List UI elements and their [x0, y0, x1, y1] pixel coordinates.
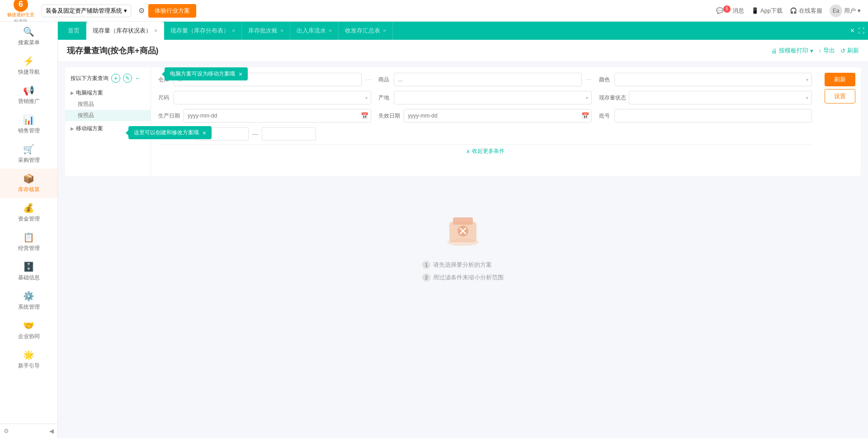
tab-stock-status[interactable]: 现存量（库存状况表） ×	[86, 22, 164, 40]
prod-date-input-wrap: 📅	[184, 109, 371, 122]
stock-status-select[interactable]	[629, 91, 812, 104]
sidebar-item-label-system: 系统管理	[18, 303, 40, 311]
set-button[interactable]: 设置	[825, 89, 855, 104]
filter-left-panel: 按以下方案查询 + ✎ ← 电脑方案可设为移动方案哦 ×	[65, 67, 151, 176]
sidebar: 🔍 搜索菜单 ⚡ 快捷导航 📢 营销推广 📊 销售管理 🛒 采购管理 📦	[0, 22, 58, 438]
tooltip-create-scheme-close[interactable]: ×	[203, 129, 206, 137]
tooltip-scheme-mobile-close[interactable]: ×	[239, 71, 242, 78]
tab-inout-flow-close[interactable]: ×	[329, 28, 332, 34]
export-icon: ↑	[819, 47, 822, 54]
tab-inout-flow[interactable]: 出入库流水 ×	[290, 22, 339, 40]
empty-hint-2: 2 用过滤条件来缩小分析范围	[422, 273, 504, 282]
empty-state: 1 请先选择要分析的方案 2 用过滤条件来缩小分析范围	[58, 181, 868, 309]
stock-qty-max[interactable]	[262, 127, 316, 141]
sidebar-item-finance[interactable]: 💰 资金管理	[0, 198, 57, 227]
sidebar-settings-icon[interactable]: ⚙	[4, 428, 9, 434]
sidebar-item-label-operations: 经营管理	[18, 245, 40, 252]
message-item[interactable]: 💬 6 消息	[716, 7, 744, 15]
guide-icon: 🌟	[23, 349, 34, 360]
system-selector[interactable]: 装备及固定资产辅助管理系统 ▾	[42, 5, 131, 17]
goods-dots[interactable]: ···	[585, 75, 591, 84]
user-item[interactable]: Ea 用户 ▾	[830, 5, 861, 17]
app-download-item[interactable]: 📱 App下载	[751, 7, 783, 15]
sidebar-item-enterprise[interactable]: 🤝 企业协同	[0, 316, 57, 345]
batch-no-input[interactable]	[614, 109, 812, 122]
sidebar-item-label-marketing: 营销推广	[18, 98, 40, 105]
app-container: 6 畅捷通好生意 标准版 装备及固定资产辅助管理系统 ▾ ⚙ 体验行业方案 💬 …	[0, 0, 868, 438]
stock-status-select-wrap: ▾	[629, 91, 812, 104]
refresh-action[interactable]: ↺ 刷新	[840, 47, 859, 55]
color-select-wrap: ▾	[614, 73, 812, 86]
sidebar-bottom: ⚙ ◀	[0, 424, 57, 438]
content-area: 首页 现存量（库存状况表） × 现存量（库存分布表） × 库存批次账 × 出入库…	[58, 22, 868, 438]
sidebar-item-sales[interactable]: 📊 销售管理	[0, 110, 57, 139]
add-scheme-btn[interactable]: +	[111, 74, 120, 83]
prod-date-cal-icon: 📅	[361, 112, 368, 119]
page-actions: 🖨 按模板打印 ▾ ↑ 导出 ↺ 刷新	[771, 47, 859, 55]
tree-desktop-label: 电脑端方案	[76, 89, 103, 97]
empty-icon	[440, 208, 486, 254]
sidebar-item-marketing[interactable]: 📢 营销推广	[0, 80, 57, 110]
sidebar-item-label-purchase: 采购管理	[18, 156, 40, 164]
sidebar-item-operations[interactable]: 📋 经营管理	[0, 227, 57, 257]
tab-stock-batch[interactable]: 库存批次账 ×	[242, 22, 290, 40]
page-scroll: 现存量查询(按仓库+商品) 🖨 按模板打印 ▾ ↑ 导出 ↺	[58, 40, 868, 438]
size-select[interactable]	[174, 91, 371, 104]
tab-stock-dist-close[interactable]: ×	[232, 28, 235, 34]
tab-expand-icon[interactable]: ⛶	[858, 27, 864, 34]
tab-receive-summary-close[interactable]: ×	[383, 28, 386, 34]
sidebar-item-guide[interactable]: 🌟 新手引导	[0, 345, 57, 374]
tab-home[interactable]: 首页	[61, 22, 86, 40]
goods-input[interactable]	[394, 73, 582, 86]
expiry-date-input[interactable]	[404, 109, 591, 122]
trial-button[interactable]: 体验行业方案	[148, 4, 196, 18]
tab-stock-status-label: 现存量（库存状况表）	[93, 27, 151, 35]
message-badge: 6	[723, 5, 731, 13]
tab-receive-summary[interactable]: 收发存汇总表 ×	[339, 22, 393, 40]
origin-select[interactable]	[394, 91, 591, 104]
tab-stock-batch-close[interactable]: ×	[280, 28, 283, 34]
export-label: 导出	[823, 47, 835, 55]
tree-desktop-child-1[interactable]: 按照品	[65, 99, 151, 110]
prod-date-input[interactable]	[184, 109, 371, 122]
filter-collapse[interactable]: ∧ 收起更多条件	[158, 144, 812, 158]
sidebar-item-label-guide: 新手引导	[18, 362, 40, 370]
color-field: 颜色 ▾	[599, 73, 812, 86]
back-arrow-btn[interactable]: ←	[135, 75, 141, 82]
warehouse-dots[interactable]: ···	[365, 75, 371, 84]
tree-desktop-child-2[interactable]: 按照品	[65, 110, 151, 121]
settings-icon[interactable]: ⚙	[138, 6, 145, 15]
tooltip1-arrow	[162, 71, 165, 77]
top-bar-right: 💬 6 消息 📱 App下载 🎧 在线客服 Ea 用户 ▾	[716, 5, 861, 17]
main-area: 🔍 搜索菜单 ⚡ 快捷导航 📢 营销推广 📊 销售管理 🛒 采购管理 📦	[0, 22, 868, 438]
edit-scheme-btn[interactable]: ✎	[123, 74, 132, 83]
query-button[interactable]: 刷新	[825, 73, 855, 86]
tab-stock-status-close[interactable]: ×	[154, 28, 157, 34]
tree-desktop-parent[interactable]: ▶ 电脑端方案	[65, 87, 151, 99]
print-chevron: ▾	[810, 47, 813, 54]
size-field: 尺码 ▾	[158, 91, 371, 104]
size-label: 尺码	[158, 94, 171, 102]
sidebar-item-label-basic: 基础信息	[18, 274, 40, 282]
sidebar-item-purchase[interactable]: 🛒 采购管理	[0, 139, 57, 169]
tab-bar-end: × ⛶	[850, 27, 864, 35]
goods-field: 商品 ···	[378, 73, 591, 86]
tab-close-all-icon[interactable]: ×	[850, 27, 854, 35]
sidebar-item-stock[interactable]: 📦 库存核算	[0, 169, 57, 198]
color-select[interactable]	[614, 73, 812, 86]
sidebar-item-basic[interactable]: 🗄️ 基础信息	[0, 257, 57, 286]
tab-stock-dist[interactable]: 现存量（库存分布表） ×	[164, 22, 242, 40]
filter-row-1: 仓库 ··· 商品 ··· 颜色	[158, 73, 812, 86]
top-bar-left: 6 畅捷通好生意 标准版 装备及固定资产辅助管理系统 ▾ ⚙ 体验行业方案	[7, 0, 196, 24]
headset-icon: 🎧	[790, 7, 797, 14]
online-support-item[interactable]: 🎧 在线客服	[790, 7, 822, 15]
operations-icon: 📋	[23, 232, 34, 243]
sidebar-collapse-icon[interactable]: ◀	[49, 428, 54, 434]
sidebar-item-nav[interactable]: ⚡ 快捷导航	[0, 51, 57, 80]
sidebar-item-search[interactable]: 🔍 搜索菜单	[0, 22, 57, 51]
svg-rect-2	[453, 217, 473, 225]
sidebar-item-system[interactable]: ⚙️ 系统管理	[0, 286, 57, 316]
hint-num-2: 2	[422, 273, 430, 282]
print-action[interactable]: 🖨 按模板打印 ▾	[771, 47, 813, 55]
export-action[interactable]: ↑ 导出	[819, 47, 835, 55]
